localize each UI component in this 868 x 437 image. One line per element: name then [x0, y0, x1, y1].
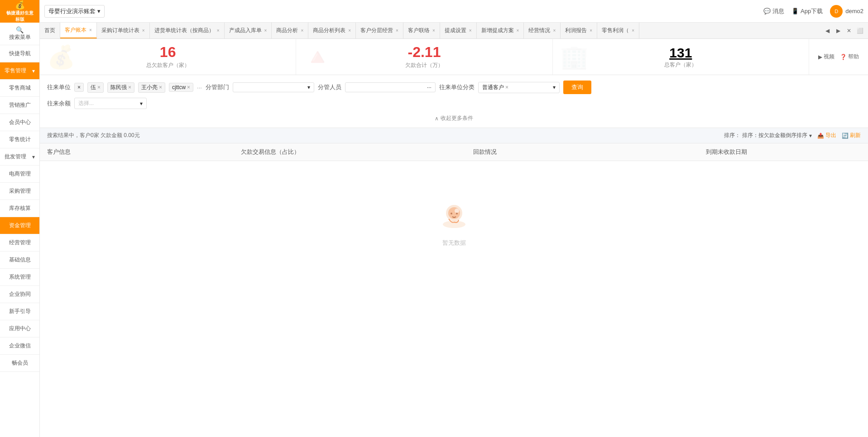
video-btn[interactable]: ▶ 视频: [818, 53, 834, 61]
sidebar-item-system-mgmt[interactable]: 系统管理: [0, 269, 39, 286]
balance-arrow: ▾: [140, 100, 143, 107]
tab-customer-tier[interactable]: 客户分层经营 ×: [356, 23, 403, 38]
filter-tag-unit-all: ×: [74, 83, 84, 92]
filter-tag-cjttcw: cjttcw ×: [169, 83, 193, 92]
sidebar-item-app-center[interactable]: 应用中心: [0, 320, 39, 337]
tab-new-tip-close[interactable]: ×: [517, 28, 519, 33]
tab-biz-close[interactable]: ×: [553, 28, 556, 33]
tab-new-tip-plan[interactable]: 新增提成方案 ×: [477, 23, 524, 38]
unit-class-tag-close[interactable]: ×: [505, 84, 508, 90]
sidebar-item-quick-nav[interactable]: 快捷导航: [0, 45, 39, 62]
summary-card-total: 🏢 131 总客户（家）: [553, 39, 809, 75]
filter-tag-ordinary: 普通客户 ×: [482, 84, 508, 91]
message-icon: 💬: [763, 8, 771, 14]
refresh-icon: 🔄: [842, 133, 849, 139]
tab-purchase-order-stats[interactable]: 采购订单统计表 ×: [97, 23, 150, 38]
tab-biz-status[interactable]: 经营情况 ×: [524, 23, 561, 38]
export-btn[interactable]: 📤 导出: [817, 132, 836, 139]
table-header-debt: 欠款交易信息（占比）: [241, 148, 473, 156]
unit-class-select[interactable]: 普通客户 × ▾: [478, 82, 560, 93]
filter-more-btn[interactable]: ···: [197, 84, 202, 91]
unit-label: 往来单位: [47, 83, 71, 91]
sidebar-app-label: 应用中心: [9, 325, 31, 332]
collapse-btn[interactable]: ∧ 收起更多条件: [47, 113, 861, 124]
tab-maximize-btn[interactable]: ⬜: [855, 26, 864, 35]
empty-text: 暂无数据: [442, 239, 466, 247]
sidebar-item-new-guide[interactable]: 新手引导: [0, 303, 39, 320]
filter-tag-chen-close[interactable]: ×: [128, 84, 131, 90]
help-icon: ❓: [840, 54, 847, 60]
dept-dropdown-arrow: ▾: [307, 84, 310, 90]
tab-retail-profit-close[interactable]: ×: [632, 28, 634, 33]
sidebar-item-capital-mgmt[interactable]: 资金管理: [0, 217, 39, 234]
tab-product-analysis-list[interactable]: 商品分析列表 ×: [308, 23, 356, 38]
tab-home[interactable]: 首页: [40, 23, 60, 38]
tab-customer-tier-close[interactable]: ×: [396, 28, 398, 33]
sidebar-vip-label: 畅会员: [12, 359, 28, 367]
sidebar-item-basic-info[interactable]: 基础信息: [0, 252, 39, 269]
user-profile-btn[interactable]: D demo2: [830, 5, 863, 18]
svg-point-5: [456, 213, 458, 214]
avatar: D: [830, 5, 843, 18]
app-download-btn[interactable]: 📱 App下载: [791, 7, 823, 15]
tab-prev-btn[interactable]: ◀: [823, 26, 832, 35]
person-select[interactable]: ···: [345, 82, 436, 92]
sidebar-item-search[interactable]: 🔍 搜索菜单: [0, 23, 39, 45]
sidebar-item-retail-shop[interactable]: 零售商城: [0, 80, 39, 97]
sidebar-item-ecommerce[interactable]: 电商管理: [0, 166, 39, 183]
tab-next-btn[interactable]: ▶: [834, 26, 843, 35]
tab-customer-contact-close[interactable]: ×: [432, 28, 435, 33]
refresh-btn[interactable]: 🔄 刷新: [842, 132, 861, 139]
sidebar-item-operation-mgmt[interactable]: 经营管理: [0, 234, 39, 252]
filter-tag-wang-close[interactable]: ×: [159, 84, 162, 90]
sidebar-item-member-center[interactable]: 会员中心: [0, 114, 39, 131]
filter-tag-wu-close[interactable]: ×: [97, 84, 101, 90]
sidebar-enterprise-label: 企业协同: [9, 290, 31, 298]
tab-tip-settings[interactable]: 提成设置 ×: [440, 23, 477, 38]
tab-customer-ledger[interactable]: 客户账本 ×: [60, 23, 97, 38]
sidebar-item-enterprise-wechat[interactable]: 企业微信: [0, 337, 39, 355]
sort-select[interactable]: 排序： 排序：按欠款金额倒序排序 ▾: [724, 132, 812, 139]
balance-select[interactable]: 选择... ▾: [74, 98, 147, 109]
sidebar: 💰 畅捷通好生意 标版 🔍 搜索菜单 快捷导航 零售管理 ▾ 零售商城 营销推广…: [0, 0, 40, 437]
sidebar-item-marketing[interactable]: 营销推广: [0, 97, 39, 114]
tab-profit-report[interactable]: 利润报告 ×: [561, 23, 597, 38]
sidebar-item-retail-stats[interactable]: 零售统计: [0, 131, 39, 148]
tab-customer-ledger-close[interactable]: ×: [89, 28, 92, 33]
filter-tag-cjttcw-close[interactable]: ×: [187, 84, 190, 90]
sidebar-search-label: 搜索菜单: [3, 33, 37, 41]
tab-product-analysis-list-close[interactable]: ×: [348, 28, 351, 33]
account-dropdown[interactable]: 母婴行业演示账套 ▾: [44, 5, 105, 18]
query-button[interactable]: 查询: [563, 81, 591, 94]
tab-product-inbound-close[interactable]: ×: [264, 28, 267, 33]
tab-product-analysis-close[interactable]: ×: [301, 28, 303, 33]
sort-label: 排序：: [724, 132, 740, 139]
filter-area: 往来单位 × 伍 × 陈民强 × 王小亮 × cjttcw: [40, 75, 868, 128]
tab-retail-profit[interactable]: 零售利润（ ×: [597, 23, 639, 38]
dept-select[interactable]: ▾: [233, 82, 314, 92]
tab-tip-settings-close[interactable]: ×: [469, 28, 472, 33]
table-header-date: 到期未收款日期: [706, 148, 861, 156]
sidebar-item-purchase-mgmt[interactable]: 采购管理: [0, 183, 39, 200]
tab-product-inbound[interactable]: 产成品入库单 ×: [225, 23, 272, 38]
tab-profit-close[interactable]: ×: [590, 28, 592, 33]
message-btn[interactable]: 💬 消息: [763, 7, 784, 15]
sidebar-item-retail-mgmt[interactable]: 零售管理 ▾: [0, 62, 39, 80]
video-icon: ▶: [818, 54, 822, 60]
tab-customer-contact[interactable]: 客户联络 ×: [403, 23, 440, 38]
tab-new-tip-label: 新增提成方案: [481, 27, 514, 34]
summary-debt-value: -2.11: [408, 44, 441, 60]
tab-inbound-stats[interactable]: 进货单统计表（按商品） ×: [150, 23, 225, 38]
tab-purchase-close[interactable]: ×: [142, 28, 145, 33]
sidebar-item-wholesale-mgmt[interactable]: 批发管理 ▾: [0, 148, 39, 166]
tab-customer-contact-label: 客户联络: [408, 27, 430, 34]
filter-tag-chen: 陈民强 ×: [107, 82, 134, 93]
sidebar-item-vip-member[interactable]: 畅会员: [0, 355, 39, 372]
tab-inbound-close[interactable]: ×: [217, 28, 220, 33]
sidebar-item-enterprise-coop[interactable]: 企业协同: [0, 286, 39, 303]
tab-product-analysis[interactable]: 商品分析 ×: [272, 23, 308, 38]
tab-close-all-btn[interactable]: ✕: [844, 26, 854, 35]
sidebar-capital-label: 资金管理: [9, 222, 31, 229]
sidebar-item-inventory[interactable]: 库存核算: [0, 200, 39, 217]
help-btn[interactable]: ❓ 帮助: [840, 53, 859, 61]
